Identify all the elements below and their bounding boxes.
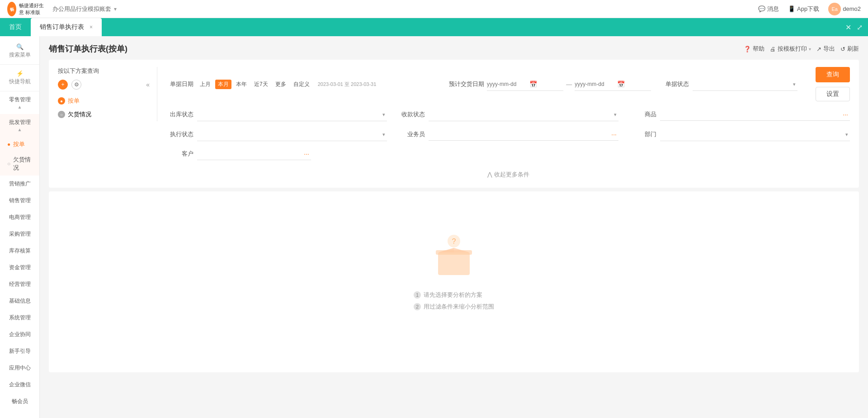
marketing-label: 营销推广: [9, 180, 31, 188]
app-download-button[interactable]: 📱 App下载: [788, 5, 819, 13]
sidebar-item-appcenter[interactable]: 应用中心: [0, 360, 39, 376]
salesperson-select[interactable]: ···: [429, 128, 618, 141]
settings-button[interactable]: 设置: [816, 87, 850, 101]
sidebar-item-basic[interactable]: 基础信息: [0, 293, 39, 309]
sidebar-item-enterprise[interactable]: 企业协同: [0, 326, 39, 343]
sidebar-sub-wholesale: ● 按单 ○ 欠货情况: [0, 137, 39, 176]
app-logo: 畅 畅捷通好生意 标准版: [7, 2, 47, 16]
execution-status-select-wrapper[interactable]: [197, 128, 387, 141]
sidebar-item-purchase[interactable]: 采购管理: [0, 226, 39, 242]
payment-status-select[interactable]: [429, 108, 618, 121]
sidebar-item-finance[interactable]: 资金管理: [0, 259, 39, 276]
refresh-icon: ↺: [840, 46, 845, 52]
customer-ellipsis-icon: ···: [304, 150, 309, 157]
collapse-more-button[interactable]: ⋀ 收起更多条件: [487, 171, 529, 179]
scheme-debt-label: 欠货情况: [68, 110, 91, 119]
sidebar-item-inventory[interactable]: 库存核算: [0, 242, 39, 259]
sidebar-sub-item-debt[interactable]: ○ 欠货情况: [0, 152, 39, 176]
sidebar-item-retail[interactable]: 零售管理 ▲: [0, 91, 39, 114]
date-tab-custom[interactable]: 自定义: [291, 80, 312, 89]
calendar-end-icon[interactable]: 📅: [617, 81, 625, 88]
refresh-button[interactable]: ↺ 刷新: [840, 45, 859, 53]
top-bar-right: 💬 消息 📱 App下载 Ea demo2: [758, 3, 861, 15]
sidebar-item-sales[interactable]: 销售管理: [0, 192, 39, 209]
scheme-item-press[interactable]: ● 按单: [58, 94, 150, 108]
template-print-button[interactable]: 🖨 按模板打印 ▾: [770, 45, 811, 53]
expected-date-label: 预计交货日期: [448, 80, 484, 88]
user-name: demo2: [843, 5, 861, 12]
sidebar-item-ecom[interactable]: 电商管理: [0, 209, 39, 226]
ecom-label: 电商管理: [9, 214, 31, 221]
appcenter-label: 应用中心: [9, 364, 31, 372]
product-select[interactable]: ···: [660, 108, 850, 121]
tab-sales-order[interactable]: 销售订单执行表 ×: [31, 18, 102, 36]
breadcrumb-dropdown-icon[interactable]: ▾: [114, 6, 117, 12]
hint-text-2: 用过滤条件来缩小分析范围: [424, 303, 494, 311]
sidebar: 🔍 搜索菜单 ⚡ 快捷导航 零售管理 ▲ 批发管理 ▲ ● 按单 ○ 欠货情况: [0, 36, 40, 418]
hint-num-1: 1: [414, 291, 421, 299]
date-tab-last7[interactable]: 近7天: [251, 80, 271, 89]
help-button[interactable]: ❓ 帮助: [744, 45, 764, 53]
status-select[interactable]: [693, 77, 797, 91]
user-profile[interactable]: Ea demo2: [828, 3, 861, 15]
expected-date-start[interactable]: [487, 78, 528, 90]
filter-row-3: 执行状态 业务员 ···: [166, 128, 850, 141]
delivery-status-select[interactable]: [197, 108, 387, 121]
collapse-more-label: 收起更多条件: [494, 171, 529, 179]
sidebar-sub-item-press[interactable]: ● 按单: [0, 137, 39, 152]
collapse-scheme-button[interactable]: «: [146, 81, 150, 88]
sidebar-search[interactable]: 🔍 搜索菜单: [0, 40, 39, 65]
sidebar-item-operations[interactable]: 经营管理: [0, 276, 39, 293]
salesperson-label: 业务员: [398, 130, 425, 138]
sidebar-item-wechat[interactable]: 企业微信: [0, 376, 39, 393]
calendar-start-icon[interactable]: 📅: [529, 81, 537, 88]
payment-status-select-wrapper[interactable]: [429, 108, 618, 121]
sidebar-quick-nav[interactable]: ⚡ 快捷导航: [0, 65, 39, 91]
inventory-label: 库存核算: [9, 247, 31, 255]
purchase-label: 采购管理: [9, 230, 31, 238]
scheme-item-debt[interactable]: ○ 欠货情况: [58, 108, 150, 121]
expected-date-start-wrapper: 📅: [487, 78, 563, 91]
logo-text: 畅捷通好生意 标准版: [19, 2, 47, 15]
settings-scheme-button[interactable]: ⚙: [71, 80, 81, 90]
department-label: 部门: [629, 130, 656, 138]
close-window-icon[interactable]: ✕: [845, 23, 851, 32]
add-icon: +: [61, 81, 64, 88]
nav-tabs-actions: ✕ ⤢: [845, 23, 868, 32]
delivery-status-select-wrapper[interactable]: [197, 108, 387, 121]
execution-status-select[interactable]: [197, 128, 387, 141]
scheme-section-title: 按以下方案查询: [58, 67, 150, 75]
search-label: 搜索菜单: [5, 51, 34, 59]
date-tab-this-month[interactable]: 本月: [215, 80, 231, 89]
nav-icon: ⚡: [16, 70, 24, 77]
department-select-wrapper[interactable]: [660, 128, 850, 141]
sales-label: 销售管理: [9, 197, 31, 204]
add-scheme-button[interactable]: +: [58, 80, 68, 90]
customer-select[interactable]: ···: [197, 147, 311, 160]
sidebar-item-newbie[interactable]: 新手引导: [0, 343, 39, 360]
sidebar-item-wholesale[interactable]: 批发管理 ▲: [0, 114, 39, 137]
sidebar-item-member[interactable]: 畅会员: [0, 393, 39, 410]
search-icon: 🔍: [16, 43, 24, 50]
expected-date-end-wrapper: 📅: [575, 78, 651, 91]
svg-text:畅: 畅: [10, 7, 14, 12]
sidebar-item-marketing[interactable]: 营销推广: [0, 176, 39, 192]
date-tab-this-year[interactable]: 本年: [233, 80, 250, 89]
date-field: 单据日期 上月 本月 本年 近7天 更多 自定义 2023-03-01 至 20…: [166, 80, 437, 89]
export-button[interactable]: ↗ 导出: [816, 45, 835, 53]
message-icon: 💬: [758, 5, 765, 12]
expand-window-icon[interactable]: ⤢: [857, 23, 863, 32]
message-button[interactable]: 💬 消息: [758, 5, 779, 13]
close-tab-icon[interactable]: ×: [90, 24, 93, 30]
search-button[interactable]: 查询: [816, 67, 850, 82]
date-tab-last-month[interactable]: 上月: [197, 80, 213, 89]
expected-date-end[interactable]: [575, 78, 615, 90]
department-select[interactable]: [660, 128, 850, 141]
status-select-wrapper[interactable]: [693, 77, 797, 91]
hint-num-2: 2: [414, 303, 421, 310]
nav-tabs: 首页 销售订单执行表 × ✕ ⤢: [0, 18, 868, 36]
sidebar-item-system[interactable]: 系统管理: [0, 309, 39, 326]
tab-home[interactable]: 首页: [0, 18, 31, 36]
date-tab-more[interactable]: 更多: [273, 80, 289, 89]
svg-rect-2: [438, 252, 470, 275]
